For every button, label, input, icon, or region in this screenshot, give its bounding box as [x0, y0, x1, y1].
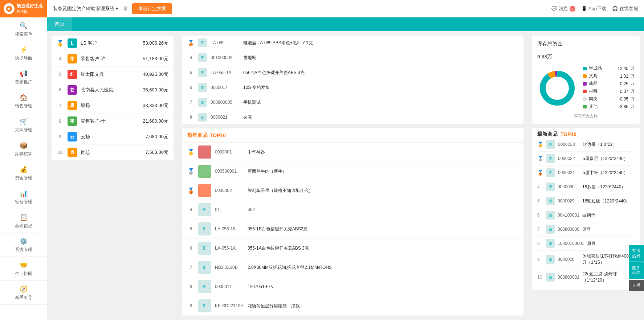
list-item: 4 图 0000030 18多层（1220*2440） — [537, 180, 635, 194]
list-item: 4 图 01 45# — [182, 200, 523, 220]
tab-home[interactable]: 首页 — [47, 17, 72, 31]
inventory-icon: 📦 — [20, 141, 28, 149]
phone-icon: 📱 — [581, 6, 587, 11]
product-thumb: 图 — [546, 168, 555, 177]
table-row: 4 零 零售客户-许 51,183.00元 — [52, 51, 174, 67]
sidebar-item-inventory[interactable]: 📦 库存核算 — [0, 137, 47, 161]
product-code: LA-089 — [211, 40, 240, 45]
left-panel: 🥇 L LS 客户 53,006.26元 4 零 零售客户-许 51,183.0… — [47, 31, 178, 320]
table-row: 10 肖 肖总 7,563.00元 — [52, 145, 174, 160]
list-item: 8 图 10000100001 原查 — [537, 237, 635, 251]
message-icon: 💬 — [551, 6, 557, 11]
rank-number: 6 — [57, 86, 64, 94]
product-thumbnail — [198, 165, 211, 178]
service-community-button[interactable]: 服务社区 — [629, 262, 644, 279]
medal-icon: 🥈 — [537, 156, 543, 161]
rank-number: 6 — [187, 245, 195, 252]
product-thumb: 图 — [198, 113, 207, 122]
list-item: 9 图 KK-SD22110H 花语萌恒温分罐罐袋（厚款） — [182, 296, 523, 316]
avatar: 零 — [68, 54, 77, 63]
product-ranking-card: 🥉 图 LA-089 电池盖 LA-089 ABS本色+黑种 7.1克 4 图 … — [182, 36, 523, 124]
product-name: 智利车子里（规格不知道填什么） — [248, 188, 518, 194]
customer-name: 云扬 — [81, 134, 142, 140]
message-button[interactable]: 💬 消息 6 — [551, 5, 575, 12]
svg-point-3 — [543, 74, 572, 103]
product-thumbnail — [198, 184, 211, 197]
sidebar-item-system[interactable]: ⚙️ 系统管理 — [0, 233, 47, 257]
sidebar-item-marketing[interactable]: 📢 营销推广 — [0, 65, 47, 89]
list-item: 🥉 图 0000031 5厘中纤（1220*2440） — [537, 166, 635, 180]
table-row: 9 云 云扬 7,680.00元 — [52, 129, 174, 145]
product-code: 0000002 — [215, 188, 244, 193]
product-code: 0000028 — [558, 257, 579, 262]
system-name-text: 装备及固定资产辅助管理系统 — [53, 5, 114, 12]
hot-products-title: 热销商品 TOP10 — [182, 128, 523, 143]
finance-icon: 💰 — [20, 165, 28, 173]
customer-amount: 40,925.00元 — [143, 71, 168, 78]
list-item: 🥇 图 0000033 封边带（1.0*22） — [537, 138, 635, 152]
hot-products-subtitle: TOP10 — [210, 132, 226, 138]
customer-amount: 33,333.00元 — [143, 102, 168, 109]
online-service-button[interactable]: 🎧 在线客服 — [612, 5, 638, 12]
product-thumb: 图 — [546, 225, 555, 234]
product-thumb: 图 — [546, 211, 555, 220]
app-download-button[interactable]: 📱 App下载 — [581, 5, 606, 12]
product-name: 夹克 — [243, 114, 518, 120]
hot-products-card: 热销商品 TOP10 🥇 0000001 中华神器 🥈 000500001 新西… — [182, 128, 523, 316]
topbar: 装备及固定资产辅助管理系统 ▾ ⚙ 体验行业方案 💬 消息 6 📱 App下载 … — [47, 0, 644, 17]
system-icon: ⚙️ — [20, 237, 28, 245]
product-thumb: 图 — [198, 53, 207, 62]
inventory-chart-area: 半成品 12.45 万 文具 1.01 万 成品 — [537, 65, 635, 111]
main-content: 装备及固定资产辅助管理系统 ▾ ⚙ 体验行业方案 💬 消息 6 📱 App下载 … — [47, 0, 644, 320]
medal-icon: 🥇 — [187, 149, 195, 156]
table-row: 5 红 红太阳文具 40,925.00元 — [52, 67, 174, 82]
rank-number: 5 — [187, 69, 195, 76]
system-name-dropdown[interactable]: 装备及固定资产辅助管理系统 ▾ — [53, 5, 118, 12]
live-button[interactable]: 直播 — [629, 280, 644, 291]
table-row: 6 图 0000017 10S 变档罗旋 — [182, 80, 523, 95]
list-item: 8 图 0000011 12070519-xs — [182, 277, 523, 296]
product-name: 体城嘉枝味苏打饮品400毫升（1*15） — [582, 253, 635, 266]
topbar-right: 💬 消息 6 📱 App下载 🎧 在线客服 — [551, 5, 638, 12]
medal-icon: 🥈 — [187, 168, 195, 175]
sidebar-item-purchase[interactable]: 🛒 采购管理 — [0, 113, 47, 137]
product-name: 花语萌恒温分罐罐袋（厚款） — [248, 303, 518, 309]
rank-number: 7 — [187, 99, 195, 106]
sidebar-item-finance[interactable]: 💰 资金管理 — [0, 161, 47, 185]
product-thumbnail: 图 — [198, 222, 211, 235]
rank-number: 9 — [187, 302, 195, 309]
sidebar-item-guide[interactable]: 🧭 新手引导 — [0, 281, 47, 305]
sidebar-item-basic-info[interactable]: 📋 基础信息 — [0, 209, 47, 233]
rank-number: 9 — [537, 257, 543, 262]
product-code: 0000032 — [558, 156, 580, 161]
search-icon: 🔍 — [20, 22, 28, 30]
list-item: 6 图 004100001 白钢垫 — [537, 208, 635, 222]
sidebar-logo: 畅 畅捷通好生意 标准版 — [0, 0, 47, 17]
customer-name: LS 客户 — [81, 40, 139, 46]
legend-dot — [583, 82, 587, 86]
customer-ranking-list: 🥇 L LS 客户 53,006.26元 4 零 零售客户-许 51,183.0… — [52, 36, 174, 160]
product-name: 22g鱼豆腐-烧烤味（1*12*20） — [582, 271, 635, 283]
inventory-chart-label: 库存资金占比 — [537, 113, 635, 119]
rank-number: 5 — [57, 71, 64, 78]
legend-dot — [583, 105, 587, 108]
sidebar-item-quick-nav[interactable]: ⚡ 快捷导航 — [0, 41, 47, 65]
table-row: 6 苍 苍南县人民医院 36,600.00元 — [52, 82, 174, 98]
legend-item-banchenpin: 半成品 12.45 万 — [583, 65, 635, 71]
customer-service-button[interactable]: 客服热线 — [629, 245, 644, 262]
product-code: KK-SD22110H — [215, 303, 244, 308]
sidebar-item-operation[interactable]: 📊 经营管理 — [0, 185, 47, 209]
product-code: 004100001 — [558, 213, 579, 218]
rank-number: 7 — [57, 102, 64, 109]
sidebar-item-search[interactable]: 🔍 搜索菜单 — [0, 17, 47, 41]
settings-icon[interactable]: ⚙ — [123, 5, 128, 12]
sidebar-item-cooperation[interactable]: 🤝 企业协同 — [0, 257, 47, 281]
product-thumbnail: 图 — [198, 280, 211, 293]
product-thumb: 图 — [546, 154, 555, 163]
product-code: 000800005 — [211, 100, 240, 105]
product-code: 000800008 — [558, 227, 579, 232]
legend-dot — [583, 97, 587, 101]
product-name: 056-1B白色按键开关壳ABS2克 — [248, 226, 518, 232]
sidebar-item-sales[interactable]: 🏠 销售管理 — [0, 89, 47, 113]
trial-button[interactable]: 体验行业方案 — [132, 3, 172, 14]
